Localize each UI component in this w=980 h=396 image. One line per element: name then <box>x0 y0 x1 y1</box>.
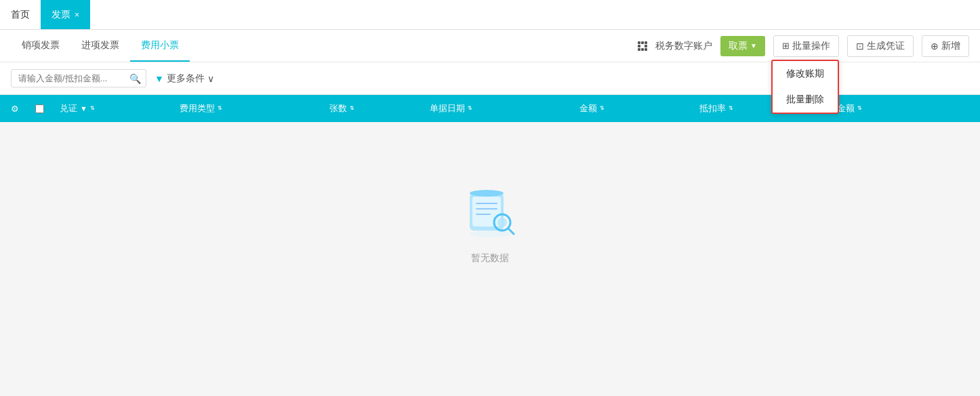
empty-state: 暂无数据 <box>0 122 980 292</box>
more-conditions-button[interactable]: ▼ 更多条件 ∨ <box>155 73 214 85</box>
th-expense-type[interactable]: 费用类型 ⇅ <box>180 102 329 115</box>
search-wrap: 🔍 <box>11 69 146 87</box>
th-settings[interactable]: ⚙ <box>11 104 35 114</box>
th-count-sort: ⇅ <box>350 106 354 111</box>
th-deduct-amount[interactable]: 抵扣金额 ⇅ <box>819 102 969 115</box>
batch-op-button[interactable]: ⊞ 批量操作 <box>773 35 839 57</box>
dropdown-item-batch-delete[interactable]: 批量删除 <box>773 87 838 113</box>
settings-icon: ⚙ <box>11 104 19 114</box>
th-voucher[interactable]: 兑证 ▼ ⇅ <box>60 102 180 115</box>
svg-point-6 <box>470 190 504 197</box>
th-amount-sort: ⇅ <box>600 106 605 111</box>
tab-expense-ticket[interactable]: 费用小票 <box>130 30 190 62</box>
th-checkbox[interactable] <box>35 104 60 113</box>
th-date-label: 单据日期 <box>430 102 465 115</box>
take-ticket-button[interactable]: 取票 ▼ <box>720 36 765 56</box>
qr-icon <box>638 41 647 51</box>
select-all-checkbox[interactable] <box>35 104 44 113</box>
sub-nav-left: 销项发票 进项发票 费用小票 <box>11 30 190 62</box>
th-expense-type-label: 费用类型 <box>180 102 215 115</box>
th-date[interactable]: 单据日期 ⇅ <box>430 102 579 115</box>
th-amount-label: 金额 <box>579 102 597 115</box>
th-voucher-filter-icon: ▼ <box>80 104 87 113</box>
gen-voucher-button[interactable]: ⊡ 生成凭证 <box>847 35 914 57</box>
svg-rect-2 <box>472 197 501 226</box>
sub-nav: 销项发票 进项发票 费用小票 税务数字账户 取票 ▼ ⊞ 批量操作 修改账期 <box>0 30 980 62</box>
th-deduct-rate-sort: ⇅ <box>729 106 733 111</box>
batch-op-grid-icon: ⊞ <box>782 41 790 51</box>
qr-code-button[interactable] <box>638 41 647 51</box>
empty-text: 暂无数据 <box>471 252 509 264</box>
dropdown-item-modify-period[interactable]: 修改账期 <box>773 61 838 87</box>
th-date-sort: ⇅ <box>468 106 472 111</box>
search-icon[interactable]: 🔍 <box>129 73 141 84</box>
th-amount[interactable]: 金额 ⇅ <box>579 102 699 115</box>
tab-label: 发票 <box>52 9 70 21</box>
sub-nav-right: 税务数字账户 取票 ▼ ⊞ 批量操作 修改账期 批量删除 ⊡ 生成凭证 ⊕ 新增 <box>638 35 969 57</box>
more-conditions-arrow: ∨ <box>207 73 214 84</box>
svg-point-0 <box>470 231 510 237</box>
take-ticket-arrow: ▼ <box>750 42 757 50</box>
take-ticket-label: 取票 <box>729 40 748 52</box>
svg-point-8 <box>497 218 507 227</box>
add-label: 新增 <box>941 40 960 52</box>
batch-op-container: ⊞ 批量操作 修改账期 批量删除 <box>773 35 839 57</box>
th-deduct-amount-sort: ⇅ <box>857 106 862 111</box>
search-input[interactable] <box>11 69 146 87</box>
tax-account-button[interactable]: 税务数字账户 <box>655 40 712 52</box>
batch-op-label: 批量操作 <box>792 40 830 52</box>
th-voucher-sort: ⇅ <box>90 106 95 111</box>
home-link[interactable]: 首页 <box>0 0 41 29</box>
gen-voucher-label: 生成凭证 <box>867 40 905 52</box>
batch-op-dropdown: 修改账期 批量删除 <box>771 60 839 114</box>
tab-sales-invoice[interactable]: 销项发票 <box>11 30 70 62</box>
filter-icon: ▼ <box>155 73 164 84</box>
top-bar: 首页 发票 × <box>0 0 980 30</box>
empty-illustration <box>456 176 524 244</box>
add-icon: ⊕ <box>931 41 939 52</box>
tab-close-icon[interactable]: × <box>75 10 79 20</box>
add-button[interactable]: ⊕ 新增 <box>922 35 969 57</box>
th-voucher-label: 兑证 <box>60 102 77 115</box>
active-tab[interactable]: 发票 × <box>41 0 90 29</box>
th-count[interactable]: 张数 ⇅ <box>329 102 429 115</box>
gen-voucher-icon: ⊡ <box>856 41 864 52</box>
tab-purchase-invoice[interactable]: 进项发票 <box>70 30 130 62</box>
th-deduct-rate-label: 抵扣率 <box>699 102 726 115</box>
th-count-label: 张数 <box>329 102 347 115</box>
th-expense-type-sort: ⇅ <box>218 106 222 111</box>
more-conditions-label: 更多条件 <box>167 73 205 85</box>
